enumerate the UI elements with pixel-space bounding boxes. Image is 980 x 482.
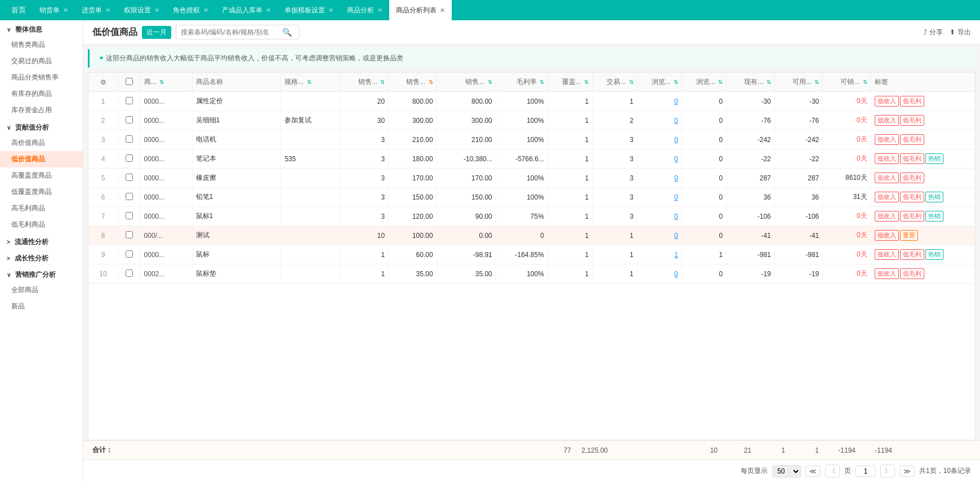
sidebar: ∨ 整体信息 销售类商品 交易过的商品 商品分类销售率 有库存的商品 库存资金占…: [0, 20, 83, 482]
row-checkbox[interactable]: [126, 97, 133, 104]
row-browse1[interactable]: 0: [637, 149, 681, 169]
row-spec: [281, 130, 340, 149]
nav-template-settings[interactable]: 单据模板设置 ✕: [278, 0, 340, 20]
nav-purchase-order[interactable]: 进货单 ✕: [75, 0, 117, 20]
search-input[interactable]: [181, 28, 282, 36]
nav-product-analysis-list[interactable]: 商品分析列表 ✕: [389, 0, 452, 20]
sidebar-item-stock-capital[interactable]: 库存资金占用: [0, 102, 83, 118]
row-browse1[interactable]: 0: [637, 207, 681, 226]
page-size-select[interactable]: 50 100 200: [772, 465, 801, 477]
row-check-cell[interactable]: [118, 207, 140, 226]
table-row: 7 0000... 鼠标1 3 120.00 90.00 75% 1 3 0 0…: [88, 207, 975, 226]
row-check-cell[interactable]: [118, 245, 140, 264]
nav-sales-order[interactable]: 销货单 ✕: [33, 0, 75, 20]
row-sales-amt: 300.00: [389, 111, 436, 130]
close-sales-order-icon[interactable]: ✕: [63, 7, 68, 14]
sidebar-item-traded-products[interactable]: 交易过的商品: [0, 53, 83, 69]
row-browse1[interactable]: 0: [637, 92, 681, 111]
sidebar-item-category-sales-rate[interactable]: 商品分类销售率: [0, 69, 83, 86]
sidebar-item-low-margin[interactable]: 低毛利商品: [0, 216, 83, 233]
row-browse1[interactable]: 0: [637, 226, 681, 245]
row-browse1[interactable]: 0: [637, 169, 681, 188]
close-product-analysis-list-icon[interactable]: ✕: [440, 7, 445, 14]
row-avail: -30: [774, 92, 822, 111]
nav-permission[interactable]: 权限设置 ✕: [117, 0, 166, 20]
sidebar-item-low-coverage[interactable]: 低覆盖度商品: [0, 184, 83, 200]
first-page-button[interactable]: ≪: [805, 466, 821, 477]
row-checkbox[interactable]: [126, 154, 133, 162]
row-name: 笔记本: [192, 149, 281, 169]
row-current: -19: [727, 264, 774, 284]
row-sellable-days: 0天: [823, 111, 871, 130]
nav-role[interactable]: 角色授权 ✕: [166, 0, 215, 20]
row-check-cell[interactable]: [118, 226, 140, 245]
row-checkbox[interactable]: [126, 231, 133, 238]
row-name: 属性定价: [192, 92, 281, 111]
last-page-button[interactable]: ≫: [899, 466, 915, 477]
sidebar-section-contribution[interactable]: ∨ 贡献值分析: [0, 118, 83, 135]
page-number-input[interactable]: [856, 466, 876, 477]
row-check-cell[interactable]: [118, 92, 140, 111]
tag-label: 低毛利: [900, 96, 924, 107]
sidebar-section-liquidity[interactable]: > 流通性分析: [0, 233, 83, 249]
th-check[interactable]: [118, 73, 140, 92]
close-role-icon[interactable]: ✕: [203, 7, 208, 14]
close-product-inbound-icon[interactable]: ✕: [266, 7, 271, 14]
row-checkbox[interactable]: [126, 193, 133, 200]
row-checkbox[interactable]: [126, 250, 133, 258]
sidebar-item-high-margin[interactable]: 高毛利商品: [0, 200, 83, 216]
row-checkbox[interactable]: [126, 135, 133, 143]
row-check-cell[interactable]: [118, 130, 140, 149]
row-trade: 1: [593, 226, 637, 245]
row-sales-qty: 20: [340, 92, 388, 111]
share-button[interactable]: ⤴ 分享: [924, 28, 943, 37]
select-all-checkbox[interactable]: [126, 78, 133, 85]
sidebar-section-overall[interactable]: ∨ 整体信息: [0, 20, 83, 37]
row-checkbox[interactable]: [126, 116, 133, 123]
nav-product-inbound[interactable]: 产成品入库单 ✕: [215, 0, 278, 20]
nav-product-analysis[interactable]: 商品分析 ✕: [340, 0, 389, 20]
row-sellable-days: 0天: [823, 245, 871, 264]
sidebar-item-high-value[interactable]: 高价值商品: [0, 135, 83, 151]
row-browse1[interactable]: 0: [637, 130, 681, 149]
row-spec: [281, 264, 340, 284]
row-spec: 参加复试: [281, 111, 340, 130]
th-gear[interactable]: ⚙: [88, 73, 118, 92]
filter-recent-month-button[interactable]: 近一月: [142, 26, 171, 39]
search-icon: 🔍: [282, 28, 292, 37]
sidebar-item-all-products[interactable]: 全部商品: [0, 282, 83, 298]
sidebar-section-marketing[interactable]: ∨ 营销推广分析: [0, 266, 83, 282]
row-check-cell[interactable]: [118, 111, 140, 130]
row-check-cell[interactable]: [118, 149, 140, 169]
export-button[interactable]: ⬆ 导出: [950, 28, 971, 37]
row-check-cell[interactable]: [118, 169, 140, 188]
nav-home[interactable]: 首页: [5, 0, 33, 20]
prev-page-button[interactable]: 〈: [825, 465, 840, 477]
export-icon: ⬆: [950, 28, 955, 36]
close-permission-icon[interactable]: ✕: [154, 7, 159, 14]
row-sales-avg: 90.00: [436, 207, 496, 226]
row-checkbox[interactable]: [126, 174, 133, 181]
footer-sales-qty: 77: [534, 446, 571, 454]
close-purchase-order-icon[interactable]: ✕: [105, 7, 110, 14]
sidebar-item-high-coverage[interactable]: 高覆盖度商品: [0, 167, 83, 184]
table-row: 3 0000... 电话机 3 210.00 210.00 100% 1 3 0…: [88, 130, 975, 149]
row-check-cell[interactable]: [118, 264, 140, 284]
row-current: -30: [727, 92, 774, 111]
row-browse1[interactable]: 0: [637, 111, 681, 130]
row-check-cell[interactable]: [118, 188, 140, 207]
row-browse1[interactable]: 0: [637, 188, 681, 207]
next-page-button[interactable]: 〉: [880, 465, 895, 477]
sidebar-item-low-value[interactable]: 低价值商品: [0, 151, 83, 167]
sidebar-item-new-products[interactable]: 新品: [0, 298, 83, 315]
close-template-settings-icon[interactable]: ✕: [328, 7, 333, 14]
row-sales-amt: 170.00: [389, 169, 436, 188]
sidebar-item-sales-products[interactable]: 销售类商品: [0, 37, 83, 53]
row-browse1[interactable]: 0: [637, 264, 681, 284]
sidebar-item-in-stock-products[interactable]: 有库存的商品: [0, 86, 83, 102]
close-product-analysis-icon[interactable]: ✕: [377, 7, 382, 14]
sidebar-section-growth[interactable]: > 成长性分析: [0, 249, 83, 266]
row-checkbox[interactable]: [126, 269, 133, 277]
row-browse1[interactable]: 1: [637, 245, 681, 264]
row-checkbox[interactable]: [126, 212, 133, 219]
